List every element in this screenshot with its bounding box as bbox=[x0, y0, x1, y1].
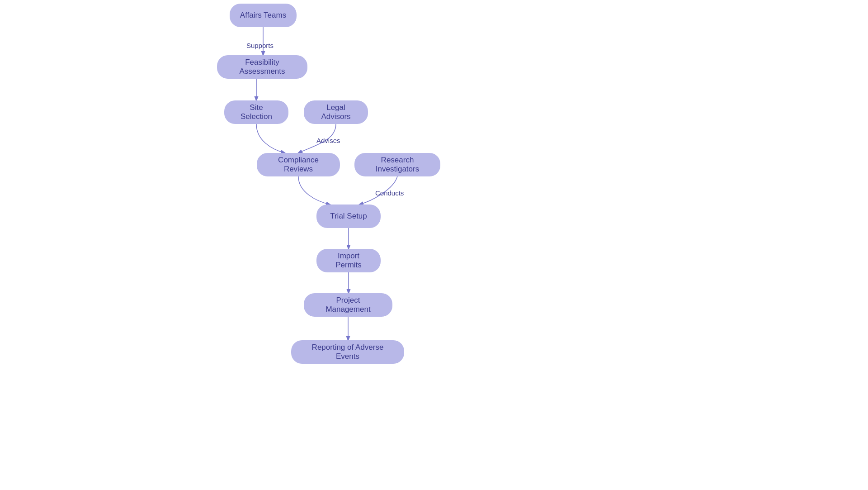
diagram-container: Affairs Teams Feasibility Assessments Si… bbox=[0, 0, 868, 490]
import-permits-node: Import Permits bbox=[316, 249, 381, 272]
conducts-label: Conducts bbox=[375, 189, 404, 197]
arrows-svg bbox=[0, 0, 868, 490]
trial-setup-label: Trial Setup bbox=[330, 212, 367, 221]
research-investigators-label: Research Investigators bbox=[363, 156, 431, 174]
project-management-node: Project Management bbox=[304, 293, 392, 317]
site-selection-node: Site Selection bbox=[224, 100, 288, 124]
reporting-label: Reporting of Adverse Events bbox=[300, 343, 395, 361]
site-selection-label: Site Selection bbox=[233, 103, 279, 121]
feasibility-node: Feasibility Assessments bbox=[217, 55, 307, 79]
legal-advisors-node: Legal Advisors bbox=[304, 100, 368, 124]
trial-setup-node: Trial Setup bbox=[316, 205, 381, 228]
advises-label: Advises bbox=[316, 137, 340, 144]
compliance-reviews-node: Compliance Reviews bbox=[257, 153, 340, 176]
affairs-teams-label: Affairs Teams bbox=[240, 11, 286, 20]
supports-label: Supports bbox=[246, 42, 274, 49]
reporting-node: Reporting of Adverse Events bbox=[291, 340, 404, 364]
import-permits-label: Import Permits bbox=[326, 252, 372, 270]
project-management-label: Project Management bbox=[313, 296, 383, 314]
legal-advisors-label: Legal Advisors bbox=[313, 103, 359, 121]
compliance-reviews-label: Compliance Reviews bbox=[266, 156, 331, 174]
research-investigators-node: Research Investigators bbox=[354, 153, 440, 176]
affairs-teams-node: Affairs Teams bbox=[230, 4, 297, 27]
feasibility-label: Feasibility Assessments bbox=[226, 58, 298, 76]
